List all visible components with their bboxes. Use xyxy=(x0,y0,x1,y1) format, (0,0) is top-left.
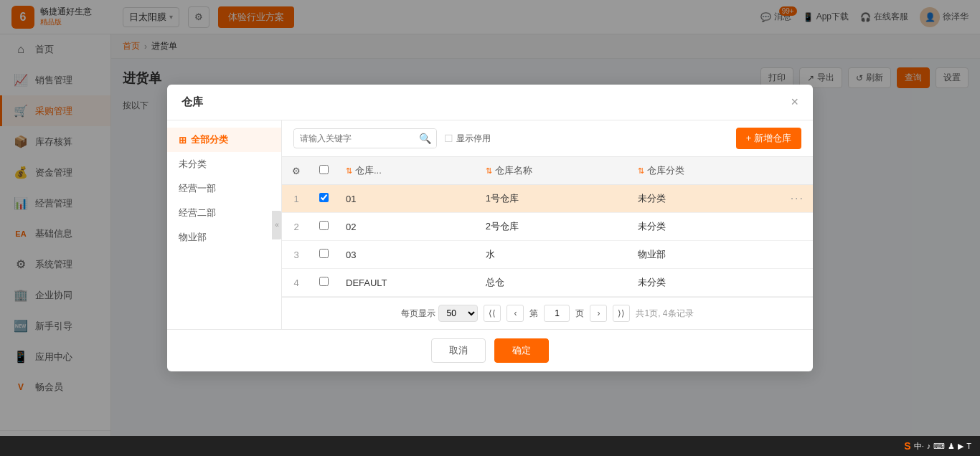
category-all[interactable]: ⊞ 全部分类 xyxy=(167,128,281,152)
first-page-button[interactable]: ⟨⟨ xyxy=(484,305,501,322)
row-checkbox-cell[interactable] xyxy=(311,213,337,241)
category-panel: ⊞ 全部分类 未分类 经营一部 经营二部 物业部 « xyxy=(167,120,282,329)
table-toolbar: 🔍 ☐ 显示停用 + 新增仓库 xyxy=(282,120,813,157)
th-name: ⇅ 仓库名称 xyxy=(477,157,629,185)
table-row[interactable]: 3 03 水 物业部 xyxy=(282,241,813,269)
row-code: DEFAULT xyxy=(337,269,477,297)
row-category: 物业部 xyxy=(629,241,781,269)
per-page-dropdown[interactable]: 50 10 20 100 xyxy=(438,305,478,322)
row-action xyxy=(782,269,813,297)
search-wrap: 🔍 xyxy=(293,128,437,148)
prev-page-button[interactable]: ‹ xyxy=(507,305,524,322)
collapse-panel-button[interactable]: « xyxy=(272,211,282,239)
sort-cat-icon: ⇅ xyxy=(638,166,644,176)
category-uncategorized[interactable]: 未分类 xyxy=(167,152,281,176)
select-all-checkbox[interactable] xyxy=(319,165,329,174)
row-name: 1号仓库 xyxy=(477,185,629,213)
th-action xyxy=(782,157,813,185)
search-icon[interactable]: 🔍 xyxy=(413,129,437,148)
row-category: 未分类 xyxy=(629,213,781,241)
cancel-button[interactable]: 取消 xyxy=(431,338,486,363)
table-row[interactable]: 4 DEFAULT 总仓 未分类 xyxy=(282,269,813,297)
row-name: 2号仓库 xyxy=(477,213,629,241)
row-checkbox-cell[interactable] xyxy=(311,185,337,213)
modal-body: ⊞ 全部分类 未分类 经营一部 经营二部 物业部 « xyxy=(167,120,813,329)
row-code: 03 xyxy=(337,241,477,269)
category-dept2[interactable]: 经营二部 xyxy=(167,201,281,225)
row-action xyxy=(782,241,813,269)
row-number: 4 xyxy=(282,269,311,297)
row-checkbox[interactable] xyxy=(319,221,329,230)
th-settings: ⚙ xyxy=(282,157,311,185)
column-settings-icon[interactable]: ⚙ xyxy=(292,166,301,176)
close-icon[interactable]: × xyxy=(791,95,798,110)
row-category: 未分类 xyxy=(629,185,781,213)
status-bar: S 中· ♪ ⌨ ♟ ▶ T xyxy=(0,436,980,456)
data-table: ⚙ ⇅ 仓库... xyxy=(282,157,813,297)
th-code: ⇅ 仓库... xyxy=(337,157,477,185)
modal-title: 仓库 xyxy=(182,95,203,109)
sort-icon: ⇅ xyxy=(346,166,352,176)
search-input[interactable] xyxy=(294,130,413,147)
row-code: 01 xyxy=(337,185,477,213)
row-action xyxy=(782,213,813,241)
row-checkbox-cell[interactable] xyxy=(311,241,337,269)
row-number: 2 xyxy=(282,213,311,241)
warehouse-table: ⚙ ⇅ 仓库... xyxy=(282,157,813,297)
table-row[interactable]: 2 02 2号仓库 未分类 xyxy=(282,213,813,241)
pagination-bar: 每页显示 50 10 20 100 ⟨⟨ ‹ 第 页 › ⟩⟩ xyxy=(282,297,813,329)
th-category: ⇅ 仓库分类 xyxy=(629,157,781,185)
table-row[interactable]: 1 01 1号仓库 未分类 ··· xyxy=(282,185,813,213)
row-checkbox-cell[interactable] xyxy=(311,269,337,297)
row-name: 总仓 xyxy=(477,269,629,297)
row-more-button[interactable]: ··· xyxy=(791,192,804,204)
th-checkbox xyxy=(311,157,337,185)
checkbox-icon: ☐ xyxy=(444,133,453,144)
add-warehouse-button[interactable]: + 新增仓库 xyxy=(736,128,801,149)
last-page-button[interactable]: ⟩⟩ xyxy=(613,305,630,322)
confirm-button[interactable]: 确定 xyxy=(494,338,549,363)
warehouse-modal: 仓库 × ⊞ 全部分类 未分类 经营一部 经营二部 xyxy=(167,85,813,371)
next-page-button[interactable]: › xyxy=(590,305,607,322)
table-panel: 🔍 ☐ 显示停用 + 新增仓库 ⚙ xyxy=(282,120,813,329)
status-logo: S 中· ♪ ⌨ ♟ ▶ T xyxy=(904,440,971,452)
sort-name-icon: ⇅ xyxy=(486,166,492,176)
total-info: 共1页, 4条记录 xyxy=(636,308,693,320)
table-header-row: ⚙ ⇅ 仓库... xyxy=(282,157,813,185)
row-number: 1 xyxy=(282,185,311,213)
row-code: 02 xyxy=(337,213,477,241)
chevron-left-icon: « xyxy=(275,221,279,229)
per-page-select: 每页显示 50 10 20 100 xyxy=(401,305,478,322)
show-disabled-checkbox[interactable]: ☐ 显示停用 xyxy=(444,133,491,145)
row-checkbox[interactable] xyxy=(319,277,329,286)
row-name: 水 xyxy=(477,241,629,269)
row-category: 未分类 xyxy=(629,269,781,297)
modal-overlay: 仓库 × ⊞ 全部分类 未分类 经营一部 经营二部 xyxy=(0,0,980,456)
row-checkbox[interactable] xyxy=(319,193,329,202)
modal-footer: 取消 确定 xyxy=(167,329,813,371)
category-property[interactable]: 物业部 xyxy=(167,225,281,250)
row-number: 3 xyxy=(282,241,311,269)
page-input[interactable] xyxy=(544,305,570,322)
modal-header: 仓库 × xyxy=(167,85,813,120)
row-checkbox[interactable] xyxy=(319,249,329,258)
category-dept1[interactable]: 经营一部 xyxy=(167,176,281,201)
grid-icon: ⊞ xyxy=(179,135,187,146)
row-action: ··· xyxy=(782,185,813,213)
